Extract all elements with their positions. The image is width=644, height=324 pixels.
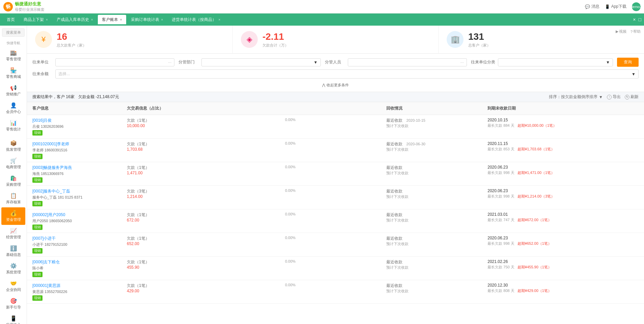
close-all-tabs-btn[interactable]: × bbox=[633, 17, 636, 22]
collapse-arrow-icon: ⋀ bbox=[322, 83, 325, 87]
overdue-amount-link[interactable]: 超期¥10,000.00（1笔） bbox=[517, 123, 557, 127]
sidebar-item-retail-mall[interactable]: 🏪 零售商城 bbox=[0, 64, 27, 82]
debt-customers-label: 总欠款客户（家） bbox=[57, 43, 86, 48]
overdue-amount-link[interactable]: 超期¥1,703.68（1笔） bbox=[517, 147, 555, 151]
customer-name-link[interactable]: [0016]吕俊 bbox=[32, 118, 52, 123]
table-body: [0016]吕俊 吕俊 13026203696 现销 欠款（1笔） 10,000… bbox=[27, 115, 644, 304]
overdue-amount-link[interactable]: 超期¥672.00（1笔） bbox=[517, 218, 552, 222]
sidebar-item-new-guide[interactable]: 🎯 新手引导 bbox=[0, 295, 27, 313]
sidebar-item-purchase[interactable]: 🛍️ 采购管理 bbox=[0, 172, 27, 190]
view-video-btn[interactable]: ▶ 视频 bbox=[616, 29, 626, 34]
sidebar-item-batch-mgmt[interactable]: 📦 批发管理 bbox=[0, 137, 27, 155]
recovery-cell: 最近收款 2020-06-30 预计下次收款 bbox=[381, 139, 482, 162]
sidebar-item-member[interactable]: 👤 会员中心 bbox=[0, 99, 27, 117]
unit-class-select[interactable]: ▼ bbox=[498, 58, 613, 66]
content-area: ¥ 16 总欠款客户（家） ◈ -2.11 欠款合计（万） 🏢 131 总客户（… bbox=[27, 26, 644, 324]
sort-btn[interactable]: 排序：按欠款金额倒序排序 ▼ bbox=[549, 94, 603, 100]
customer-info-cell: [0002]服务中心_丁磊 服务中心_丁磊 181 0125 8371 现销 bbox=[27, 186, 121, 209]
customer-name-link[interactable]: [0003]畅捷服务尹海燕 bbox=[32, 165, 72, 170]
recovery-cell: 最近收款 预计下次收款 bbox=[381, 257, 482, 280]
tab-close-icon[interactable]: × bbox=[91, 18, 93, 22]
debt-count-cell: 欠款（1笔） 672.00 bbox=[121, 209, 280, 233]
overdue-amount-link[interactable]: 超期¥1,471.00（1笔） bbox=[517, 171, 555, 175]
recovery-cell: 最近收款 预计下次收款 bbox=[381, 162, 482, 186]
tab-close-icon[interactable]: × bbox=[46, 18, 48, 22]
customer-name-link[interactable]: [0007]小进干 bbox=[32, 236, 56, 241]
customer-name-link[interactable]: [0002]服务中心_丁磊 bbox=[32, 189, 70, 194]
customer-phone: 吕俊 13026203696 bbox=[32, 124, 116, 129]
debt-count-cell: 欠款（1笔） 652.00 bbox=[121, 233, 280, 257]
debt-amount: 1,703.68 bbox=[127, 147, 274, 152]
tab-purchase-order[interactable]: 采购订单统计表 × bbox=[127, 15, 167, 24]
user-profile[interactable]: demo2 bbox=[632, 2, 641, 11]
sidebar-item-retail-mgmt[interactable]: 🏬 零售管理 bbox=[0, 47, 27, 64]
maximize-btn[interactable]: □ bbox=[639, 17, 641, 22]
overdue-amount-link[interactable]: 超期¥455.90（1笔） bbox=[517, 265, 552, 269]
sidebar-item-app-center[interactable]: 📱 应用中心 bbox=[0, 313, 27, 324]
sidebar-item-finance[interactable]: 💰 资金管理 bbox=[1, 207, 25, 225]
refresh-btn[interactable]: ↻ 刷新 bbox=[625, 94, 639, 100]
sidebar-item-sys-mgmt[interactable]: ⚙️ 系统管理 bbox=[0, 260, 27, 277]
sys-mgmt-label: 系统管理 bbox=[2, 270, 25, 275]
table-row: [0003]畅捷服务尹海燕 海燕 18513066976 现销 欠款（1笔） 1… bbox=[27, 162, 644, 186]
debt-ratio-cell: 0.00% bbox=[280, 139, 381, 162]
tab-production-history[interactable]: 产成品入库单历史 × bbox=[53, 15, 97, 24]
table-header: 客户信息 欠交易信息（占比） 回收情况 到期未收款日期 bbox=[27, 102, 644, 115]
search-menu-btn[interactable]: 搜索菜单 bbox=[2, 28, 25, 37]
total-customers-number: 131 bbox=[468, 31, 491, 42]
customer-phone: 小进干 18279152100 bbox=[32, 242, 116, 247]
customer-info-cell: [0006]去下粮仓 陈小希 现销 bbox=[27, 257, 121, 280]
dept-select[interactable]: ▼ bbox=[201, 58, 320, 66]
sidebar-item-retail-stats[interactable]: 📊 零售统计 bbox=[0, 117, 27, 135]
sidebar-item-marketing[interactable]: 📢 营销推广 bbox=[0, 82, 27, 99]
customer-tag: 现销 bbox=[32, 295, 43, 301]
tab-home[interactable]: 首页 bbox=[3, 15, 19, 24]
sidebar-item-inventory[interactable]: 📋 库存核算 bbox=[0, 190, 27, 207]
query-button[interactable]: 查询 bbox=[617, 58, 639, 67]
customer-name-link[interactable]: [000002]用户2050 bbox=[32, 212, 65, 217]
table-row: [0001020001]李老师 李老师 18600391516 现销 欠款（1笔… bbox=[27, 139, 644, 162]
debt-count: 欠款（1笔） bbox=[127, 283, 274, 289]
export-btn[interactable]: ↑ 导出 bbox=[607, 94, 621, 100]
tab-close-icon[interactable]: × bbox=[161, 18, 163, 22]
debt-ratio-cell: 0.00% bbox=[280, 186, 381, 209]
app-download-btn[interactable]: 📱 App下载 bbox=[605, 4, 626, 9]
tab-close-icon[interactable]: × bbox=[218, 18, 220, 22]
help-icon: ? bbox=[631, 30, 633, 34]
collapse-filters-btn[interactable]: ⋀ 收起更多条件 bbox=[32, 81, 639, 89]
tab-customer-account[interactable]: 客户账本 × bbox=[98, 15, 126, 24]
table-row: [000001]黄思源 黄思源 13552700226 现销 欠款（1笔） 42… bbox=[27, 280, 644, 304]
overdue-amount-link[interactable]: 超期¥1,214.00（3笔） bbox=[517, 194, 555, 198]
sidebar-item-operations[interactable]: 📈 经营管理 bbox=[0, 225, 27, 242]
customer-name-link[interactable]: [000001]黄思源 bbox=[32, 283, 60, 288]
tab-close-icon[interactable]: × bbox=[120, 18, 122, 22]
customer-name-link[interactable]: [0006]去下粮仓 bbox=[32, 260, 60, 264]
debt-count-cell: 欠款（1笔） 1,703.68 bbox=[121, 139, 280, 162]
customer-name-link[interactable]: [0001020001]李老师 bbox=[32, 142, 69, 146]
message-btn[interactable]: 💬 消息 bbox=[585, 4, 599, 9]
tab-products-offline[interactable]: 商品上下架 × bbox=[20, 15, 52, 24]
overdue-amount-link[interactable]: 超期¥429.00（1笔） bbox=[517, 289, 552, 293]
total-debt-number: -2.11 bbox=[262, 31, 288, 42]
export-icon: ↑ bbox=[607, 95, 612, 99]
debt-amount: 672.00 bbox=[127, 218, 274, 223]
person-input[interactable]: ··· bbox=[348, 58, 467, 66]
tab-production-label: 产成品入库单历史 bbox=[57, 17, 89, 23]
top-right: 💬 消息 📱 App下载 demo2 bbox=[585, 2, 641, 11]
debt-count: 欠款（1笔） bbox=[127, 118, 274, 123]
balance-select[interactable]: 选择... ▼ bbox=[55, 69, 639, 79]
customer-phone: 陈小希 bbox=[32, 266, 116, 271]
tab-purchase-stat[interactable]: 进货单统计表（按商品） × bbox=[168, 15, 224, 24]
sidebar-item-enterprise-coop[interactable]: 🤝 企业协同 bbox=[0, 277, 27, 295]
table-row: [0016]吕俊 吕俊 13026203696 现销 欠款（1笔） 10,000… bbox=[27, 115, 644, 139]
sub-title: 母婴行业演示账套 bbox=[15, 7, 45, 12]
table-row: [0002]服务中心_丁磊 服务中心_丁磊 181 0125 8371 现销 欠… bbox=[27, 186, 644, 209]
last-pay-label: 最近收款 bbox=[386, 236, 477, 241]
sidebar-item-ecommerce[interactable]: 🛒 电商管理 bbox=[0, 155, 27, 172]
help-btn[interactable]: ? 帮助 bbox=[631, 29, 641, 34]
sidebar-item-basic-info[interactable]: ℹ️ 基础信息 bbox=[0, 242, 27, 260]
app-icon: 📱 bbox=[605, 4, 610, 9]
filter-from-unit: 往来单位 ··· bbox=[32, 58, 174, 66]
from-unit-input[interactable]: ··· bbox=[55, 58, 174, 66]
overdue-amount-link[interactable]: 超期¥652.00（1笔） bbox=[517, 241, 552, 245]
